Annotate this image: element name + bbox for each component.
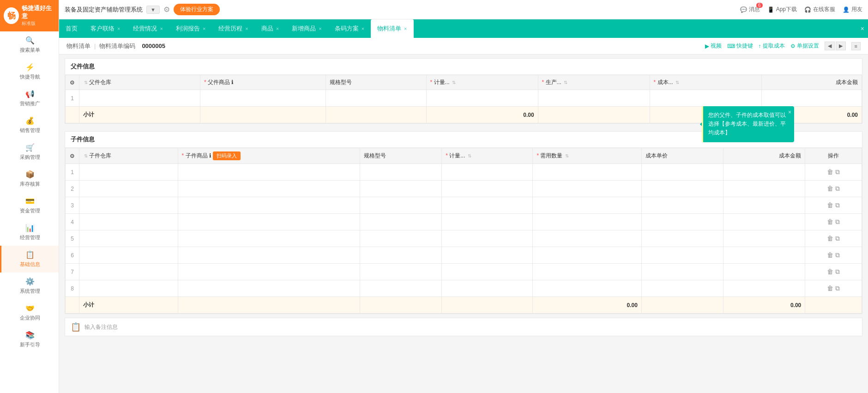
- child-qty-cell[interactable]: [442, 181, 533, 197]
- child-spec-cell[interactable]: [360, 264, 442, 280]
- child-cost-price-cell[interactable]: [641, 214, 723, 230]
- sidebar-item-operation[interactable]: 📊 经营管理: [0, 219, 59, 246]
- child-warehouse-cell[interactable]: [79, 230, 178, 247]
- tab-close-icon[interactable]: ×: [362, 26, 364, 31]
- shortcut-action-btn[interactable]: ⌨ 快捷键: [727, 42, 753, 50]
- child-warehouse-cell[interactable]: [79, 280, 178, 297]
- tab-new-goods[interactable]: 新增商品×: [285, 19, 328, 38]
- tab-close-icon[interactable]: ×: [276, 26, 279, 31]
- sidebar-item-enterprise[interactable]: 🤝 企业协同: [0, 299, 59, 326]
- app-download-btn[interactable]: 📱 App下载: [767, 6, 797, 13]
- copy-row-btn[interactable]: ⧉: [835, 201, 840, 209]
- child-cost-amount-cell[interactable]: [723, 181, 805, 197]
- child-goods-cell[interactable]: [178, 264, 360, 280]
- parent-prod-cell[interactable]: [538, 90, 650, 107]
- tab-close-icon[interactable]: ×: [404, 26, 407, 31]
- copy-row-btn[interactable]: ⧉: [835, 218, 840, 226]
- child-cost-amount-cell[interactable]: [723, 280, 805, 297]
- child-goods-cell[interactable]: [178, 280, 360, 297]
- child-spec-cell[interactable]: [360, 197, 442, 214]
- delete-row-btn[interactable]: 🗑: [827, 185, 833, 193]
- parent-col-settings[interactable]: ⚙: [66, 75, 79, 90]
- child-qty-cell[interactable]: [442, 197, 533, 214]
- child-cost-price-cell[interactable]: [641, 181, 723, 197]
- tab-operation-status[interactable]: 经营情况×: [127, 19, 169, 38]
- extract-cost-btn[interactable]: ↑ 提取成本: [759, 42, 785, 50]
- child-spec-cell[interactable]: [360, 247, 442, 264]
- parent-cost-cell[interactable]: [650, 90, 761, 107]
- online-service-btn[interactable]: 🎧 在线客服: [804, 6, 835, 13]
- child-goods-cell[interactable]: [178, 181, 360, 197]
- child-spec-cell[interactable]: [360, 181, 442, 197]
- sidebar-item-quicknav[interactable]: ⚡ 快捷导航: [0, 58, 59, 85]
- tab-close-icon[interactable]: ×: [203, 26, 205, 31]
- sidebar-item-finance[interactable]: 💳 资金管理: [0, 192, 59, 219]
- child-spec-cell[interactable]: [360, 164, 442, 181]
- sidebar-item-marketing[interactable]: 📢 营销推广: [0, 85, 59, 112]
- sidebar-item-basic[interactable]: 📋 基础信息: [0, 246, 59, 272]
- tab-profit[interactable]: 利润报告×: [169, 19, 212, 38]
- copy-row-btn[interactable]: ⧉: [835, 168, 840, 176]
- tab-close-icon[interactable]: ×: [160, 26, 163, 31]
- child-needed-qty-cell[interactable]: [533, 280, 641, 297]
- child-cost-amount-cell[interactable]: [723, 197, 805, 214]
- delete-row-btn[interactable]: 🗑: [827, 284, 833, 292]
- tab-history[interactable]: 经营历程×: [212, 19, 254, 38]
- tab-goods[interactable]: 商品×: [255, 19, 285, 38]
- child-spec-cell[interactable]: [360, 230, 442, 247]
- copy-row-btn[interactable]: ⧉: [835, 185, 840, 193]
- child-needed-qty-cell[interactable]: [533, 164, 641, 181]
- close-all-tabs-btn[interactable]: ×: [857, 25, 868, 32]
- parent-spec-cell[interactable]: [326, 90, 426, 107]
- child-warehouse-cell[interactable]: [79, 164, 178, 181]
- child-warehouse-cell[interactable]: [79, 214, 178, 230]
- next-record-btn[interactable]: ▶: [836, 42, 846, 50]
- child-cost-amount-cell[interactable]: [723, 214, 805, 230]
- child-qty-cell[interactable]: [442, 230, 533, 247]
- copy-row-btn[interactable]: ⧉: [835, 284, 840, 292]
- tab-barcode[interactable]: 条码方案×: [328, 19, 371, 38]
- tab-close-icon[interactable]: ×: [245, 26, 248, 31]
- child-needed-qty-cell[interactable]: [533, 181, 641, 197]
- tab-close-icon[interactable]: ×: [117, 26, 120, 31]
- child-cost-price-cell[interactable]: [641, 247, 723, 264]
- child-needed-qty-cell[interactable]: [533, 264, 641, 280]
- child-needed-qty-cell[interactable]: [533, 247, 641, 264]
- parent-qty-cell[interactable]: [426, 90, 538, 107]
- tab-home[interactable]: 首页: [59, 19, 84, 38]
- settings-icon[interactable]: ⚙: [163, 5, 170, 14]
- child-spec-cell[interactable]: [360, 280, 442, 297]
- single-settings-btn[interactable]: ⚙ 单据设置: [790, 42, 819, 50]
- child-goods-cell[interactable]: [178, 214, 360, 230]
- delete-row-btn[interactable]: 🗑: [827, 251, 833, 259]
- child-spec-cell[interactable]: [360, 214, 442, 230]
- child-cost-amount-cell[interactable]: [723, 247, 805, 264]
- child-cost-amount-cell[interactable]: [723, 230, 805, 247]
- child-cost-price-cell[interactable]: [641, 197, 723, 214]
- sidebar-item-purchase[interactable]: 🛒 采购管理: [0, 139, 59, 165]
- child-cost-price-cell[interactable]: [641, 280, 723, 297]
- system-dropdown-btn[interactable]: ▼: [146, 6, 160, 14]
- trial-btn[interactable]: 体验行业方案: [174, 4, 220, 15]
- child-warehouse-cell[interactable]: [79, 197, 178, 214]
- delete-row-btn[interactable]: 🗑: [827, 168, 833, 176]
- sidebar-item-sales[interactable]: 💰 销售管理: [0, 112, 59, 139]
- child-goods-cell[interactable]: [178, 197, 360, 214]
- prev-record-btn[interactable]: ◀: [825, 42, 835, 50]
- child-goods-cell[interactable]: [178, 230, 360, 247]
- menu-btn[interactable]: ≡: [851, 42, 861, 50]
- parent-warehouse-cell[interactable]: [79, 90, 200, 107]
- child-needed-qty-cell[interactable]: [533, 197, 641, 214]
- child-qty-cell[interactable]: [442, 264, 533, 280]
- child-cost-price-cell[interactable]: [641, 230, 723, 247]
- child-cost-amount-cell[interactable]: [723, 164, 805, 181]
- child-warehouse-cell[interactable]: [79, 264, 178, 280]
- message-btn[interactable]: 💬 消息 6: [740, 6, 760, 13]
- copy-row-btn[interactable]: ⧉: [835, 268, 840, 276]
- child-col-settings[interactable]: ⚙: [66, 148, 79, 164]
- sidebar-item-system[interactable]: ⚙️ 系统管理: [0, 272, 59, 299]
- delete-row-btn[interactable]: 🗑: [827, 218, 833, 226]
- copy-row-btn[interactable]: ⧉: [835, 235, 840, 242]
- child-goods-cell[interactable]: [178, 164, 360, 181]
- delete-row-btn[interactable]: 🗑: [827, 235, 833, 242]
